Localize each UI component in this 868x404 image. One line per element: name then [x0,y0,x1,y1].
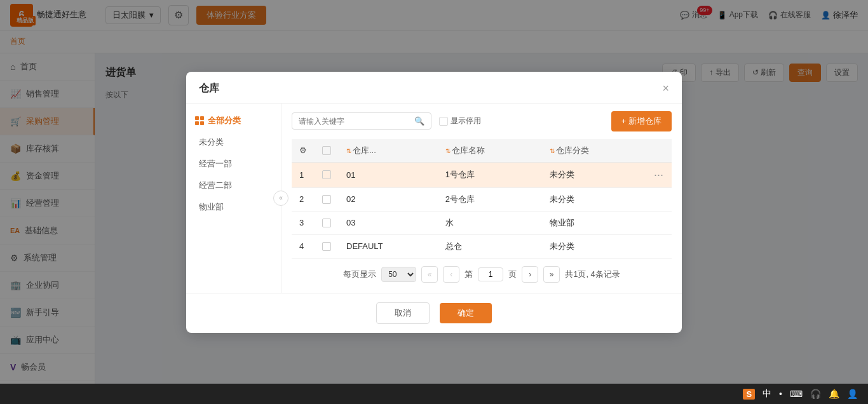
bottom-user-icon[interactable]: 👤 [847,389,858,399]
modal-overlay: 仓库 × 全部分类 未分类 经营一部 经营二部 物业部 « [0,0,868,404]
add-warehouse-button[interactable]: + 新增仓库 [611,111,672,131]
category-item-unclassified[interactable]: 未分类 [186,131,281,153]
show-disabled-checkbox[interactable] [439,117,448,126]
table-header-row: ⚙ ⇅仓库... ⇅仓库名称 [292,139,672,163]
row-name: 总仓 [438,234,542,258]
row-more[interactable]: ··· [646,162,672,187]
row-checkbox-cell [315,211,339,234]
table-container: ⚙ ⇅仓库... ⇅仓库名称 [292,139,672,259]
row-code: 02 [339,187,438,211]
warehouse-table: ⚙ ⇅仓库... ⇅仓库名称 [292,139,672,259]
page-number-input[interactable] [478,267,503,281]
category-header[interactable]: 全部分类 [186,110,281,131]
row-2-checkbox[interactable] [322,195,331,204]
col-actions [646,139,672,163]
next-page-button[interactable]: › [522,266,538,283]
per-page-label: 每页显示 [343,269,376,280]
sort-icon-name: ⇅ [445,147,451,154]
row-code: DEFAULT [339,234,438,258]
show-disabled-label[interactable]: 显示停用 [439,116,481,126]
row-code: 01 [339,162,438,187]
confirm-button[interactable]: 确定 [440,303,492,323]
pagination-row: 每页显示 50 20 100 « ‹ 第 页 › » 共1页, 4条记录 [292,259,672,285]
last-page-button[interactable]: » [543,266,560,283]
search-icon[interactable]: 🔍 [414,116,424,126]
row-index: 1 [292,162,315,187]
bottom-logo-s: S [743,389,755,400]
row-more[interactable] [646,187,672,211]
page-suffix: 页 [508,269,517,280]
row-1-checkbox[interactable] [322,170,331,179]
search-input[interactable] [299,117,410,126]
col-category[interactable]: ⇅仓库分类 [542,139,646,163]
modal-header: 仓库 × [186,72,682,104]
bottom-dot-icon: • [779,389,782,399]
prev-page-button[interactable]: ‹ [443,266,459,283]
row-more[interactable] [646,234,672,258]
table-row[interactable]: 3 03 水 物业部 [292,211,672,234]
row-name: 水 [438,211,542,234]
bottom-keyboard-icon[interactable]: ⌨ [790,389,803,399]
first-page-button[interactable]: « [421,266,438,283]
row-checkbox-cell [315,187,339,211]
modal-body: 全部分类 未分类 经营一部 经营二部 物业部 « 🔍 [186,104,682,293]
bottom-zh-icon[interactable]: 中 [763,388,771,400]
cancel-button[interactable]: 取消 [376,302,430,324]
per-page-select[interactable]: 50 20 100 [381,267,416,282]
row-index: 4 [292,234,315,258]
table-row[interactable]: 1 01 1号仓库 未分类 ··· [292,162,672,187]
select-all-checkbox[interactable] [322,146,331,155]
page-label: 第 [465,269,473,280]
category-panel: 全部分类 未分类 经营一部 经营二部 物业部 « [186,104,281,293]
row-code: 03 [339,211,438,234]
col-code[interactable]: ⇅仓库... [339,139,438,163]
table-toolbar: 🔍 显示停用 + 新增仓库 [292,111,672,131]
row-3-checkbox[interactable] [322,219,331,227]
bottom-logo: S [743,389,755,400]
row-name: 1号仓库 [438,162,542,187]
search-box: 🔍 [292,112,431,130]
row-category: 物业部 [542,211,646,234]
row-checkbox-cell [315,162,339,187]
category-item-ops1[interactable]: 经营一部 [186,153,281,175]
table-row[interactable]: 4 DEFAULT 总仓 未分类 [292,234,672,258]
table-body: 1 01 1号仓库 未分类 ··· 2 [292,162,672,258]
sort-icon-category: ⇅ [550,147,555,154]
col-name[interactable]: ⇅仓库名称 [438,139,542,163]
table-row[interactable]: 2 02 2号仓库 未分类 [292,187,672,211]
table-head: ⚙ ⇅仓库... ⇅仓库名称 [292,139,672,163]
row-name: 2号仓库 [438,187,542,211]
grid-icon [195,116,204,125]
total-info: 共1页, 4条记录 [565,269,620,280]
category-item-property[interactable]: 物业部 [186,196,281,218]
bottom-headset-icon[interactable]: 🎧 [810,389,821,399]
collapse-panel-button[interactable]: « [273,191,288,206]
row-category: 未分类 [542,234,646,258]
row-checkbox-cell [315,234,339,258]
warehouse-modal: 仓库 × 全部分类 未分类 经营一部 经营二部 物业部 « [186,72,682,333]
show-disabled-text: 显示停用 [451,116,481,126]
category-header-label: 全部分类 [208,115,241,126]
modal-footer: 取消 确定 [186,293,682,333]
category-item-ops2[interactable]: 经营二部 [186,175,281,196]
modal-close-button[interactable]: × [662,83,669,94]
sort-icon-code: ⇅ [346,147,351,154]
bottom-bar: S 中 • ⌨ 🎧 🔔 👤 [0,384,868,404]
row-category: 未分类 [542,187,646,211]
bottom-bell-icon[interactable]: 🔔 [829,389,839,399]
row-category: 未分类 [542,162,646,187]
row-index: 2 [292,187,315,211]
table-panel: 🔍 显示停用 + 新增仓库 ⚙ [281,104,682,293]
row-more[interactable] [646,211,672,234]
row-4-checkbox[interactable] [322,242,331,251]
row-index: 3 [292,211,315,234]
modal-title: 仓库 [199,82,219,95]
col-checkbox [315,139,339,163]
col-gear[interactable]: ⚙ [292,139,315,163]
